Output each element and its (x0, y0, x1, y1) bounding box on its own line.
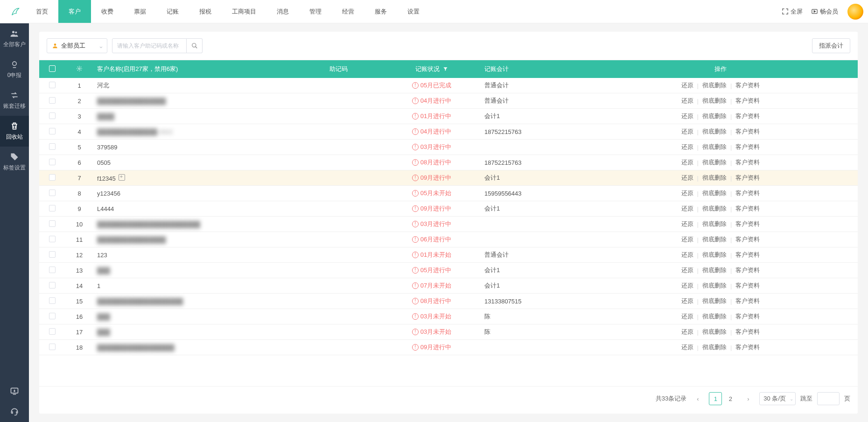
nav-工商项目[interactable]: 工商项目 (222, 0, 266, 23)
member-button[interactable]: 畅会员 (808, 7, 841, 16)
customer-name[interactable]: ██████████████-2022 (93, 124, 294, 140)
delete-button[interactable]: 彻底删除 (702, 343, 727, 352)
assign-accountant-button[interactable]: 指派会计 (812, 38, 850, 53)
customer-info-button[interactable]: 客户资料 (735, 281, 760, 290)
row-checkbox[interactable] (49, 313, 56, 319)
fullscreen-button[interactable]: 全屏 (779, 7, 805, 16)
copy-icon[interactable] (119, 174, 125, 181)
page-2[interactable]: 2 (724, 392, 737, 405)
header-checkbox[interactable] (39, 60, 65, 78)
customer-name[interactable]: ███ (93, 324, 294, 340)
customer-info-button[interactable]: 客户资料 (735, 158, 760, 167)
header-gear[interactable] (65, 60, 93, 78)
restore-button[interactable]: 还原 (681, 174, 693, 182)
customer-name[interactable]: ████ (93, 109, 294, 124)
customer-info-button[interactable]: 客户资料 (735, 297, 760, 305)
delete-button[interactable]: 彻底删除 (702, 297, 727, 305)
row-checkbox[interactable] (49, 220, 56, 227)
restore-button[interactable]: 还原 (681, 312, 693, 321)
staff-select[interactable]: 全部员工 ⌄ (47, 38, 107, 53)
page-1[interactable]: 1 (709, 392, 722, 405)
row-checkbox[interactable] (49, 205, 56, 211)
delete-button[interactable]: 彻底删除 (702, 127, 727, 136)
customer-info-button[interactable]: 客户资料 (735, 97, 760, 105)
row-checkbox[interactable] (49, 143, 56, 150)
delete-button[interactable]: 彻底删除 (702, 189, 727, 197)
customer-info-button[interactable]: 客户资料 (735, 112, 760, 120)
row-checkbox[interactable] (49, 297, 56, 304)
customer-info-button[interactable]: 客户资料 (735, 266, 760, 274)
delete-button[interactable]: 彻底删除 (702, 312, 727, 321)
delete-button[interactable]: 彻底删除 (702, 204, 727, 213)
customer-info-button[interactable]: 客户资料 (735, 143, 760, 151)
row-checkbox[interactable] (49, 82, 56, 88)
sidebar-item-transfer[interactable]: 账套迁移 (0, 85, 29, 116)
restore-button[interactable]: 还原 (681, 127, 693, 136)
customer-info-button[interactable]: 客户资料 (735, 235, 760, 244)
nav-消息[interactable]: 消息 (266, 0, 299, 23)
customer-name[interactable]: ████████████████████ (93, 294, 294, 309)
customer-name[interactable]: ███ (93, 309, 294, 324)
customer-info-button[interactable]: 客户资料 (735, 174, 760, 182)
customer-info-button[interactable]: 客户资料 (735, 312, 760, 321)
sidebar-download[interactable] (0, 381, 29, 401)
restore-button[interactable]: 还原 (681, 266, 693, 274)
customer-name[interactable]: L4444 (93, 201, 294, 217)
delete-button[interactable]: 彻底删除 (702, 143, 727, 151)
row-checkbox[interactable] (49, 282, 56, 288)
nav-收费[interactable]: 收费 (91, 0, 124, 23)
restore-button[interactable]: 还原 (681, 143, 693, 151)
restore-button[interactable]: 还原 (681, 81, 693, 90)
delete-button[interactable]: 彻底删除 (702, 266, 727, 274)
restore-button[interactable]: 还原 (681, 112, 693, 120)
row-checkbox[interactable] (49, 97, 56, 104)
customer-info-button[interactable]: 客户资料 (735, 343, 760, 352)
delete-button[interactable]: 彻底删除 (702, 112, 727, 120)
restore-button[interactable]: 还原 (681, 189, 693, 197)
row-checkbox[interactable] (49, 328, 56, 335)
customer-info-button[interactable]: 客户资料 (735, 81, 760, 90)
row-checkbox[interactable] (49, 113, 56, 119)
search-button[interactable] (187, 38, 203, 53)
customer-name[interactable]: 河北 (93, 78, 294, 93)
row-checkbox[interactable] (49, 190, 56, 196)
sidebar-item-tag[interactable]: 标签设置 (0, 147, 29, 177)
nav-经营[interactable]: 经营 (332, 0, 364, 23)
prev-page-button[interactable]: ‹ (691, 392, 704, 405)
jump-input[interactable] (817, 392, 840, 405)
customer-info-button[interactable]: 客户资料 (735, 251, 760, 259)
next-page-button[interactable]: › (742, 392, 755, 405)
delete-button[interactable]: 彻底删除 (702, 281, 727, 290)
header-status[interactable]: 记账状况 (383, 60, 481, 78)
delete-button[interactable]: 彻底删除 (702, 235, 727, 244)
delete-button[interactable]: 彻底删除 (702, 328, 727, 336)
customer-name[interactable]: 123 (93, 247, 294, 263)
customer-name[interactable]: 0505 (93, 155, 294, 170)
sidebar-headset[interactable] (0, 401, 29, 422)
mascot-icon[interactable] (847, 4, 863, 20)
customer-name[interactable]: ██████████████████ (93, 340, 294, 355)
nav-管理[interactable]: 管理 (299, 0, 332, 23)
customer-info-button[interactable]: 客户资料 (735, 328, 760, 336)
restore-button[interactable]: 还原 (681, 297, 693, 305)
restore-button[interactable]: 还原 (681, 158, 693, 167)
search-input[interactable] (112, 38, 187, 53)
per-page-select[interactable]: 30 条/页 ⌄ (759, 392, 796, 405)
restore-button[interactable]: 还原 (681, 235, 693, 244)
customer-name[interactable]: f12345 (93, 170, 294, 186)
nav-设置[interactable]: 设置 (397, 0, 430, 23)
customer-name[interactable]: 379589 (93, 140, 294, 155)
delete-button[interactable]: 彻底删除 (702, 251, 727, 259)
sidebar-item-users[interactable]: 全部客户 (0, 23, 29, 54)
delete-button[interactable]: 彻底删除 (702, 220, 727, 228)
sidebar-item-zero[interactable]: 0申报 (0, 54, 29, 85)
customer-name[interactable]: y123456 (93, 186, 294, 201)
restore-button[interactable]: 还原 (681, 97, 693, 105)
customer-name[interactable]: ████████████████████████ (93, 217, 294, 232)
customer-name[interactable]: ████████████████ (93, 232, 294, 247)
sidebar-item-trash[interactable]: 回收站 (0, 116, 29, 147)
restore-button[interactable]: 还原 (681, 220, 693, 228)
row-checkbox[interactable] (49, 251, 56, 258)
row-checkbox[interactable] (49, 128, 56, 134)
nav-记账[interactable]: 记账 (156, 0, 189, 23)
